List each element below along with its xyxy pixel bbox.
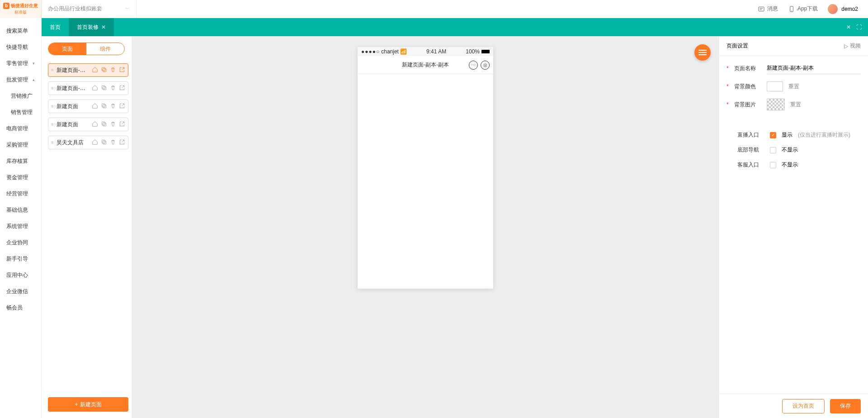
copy-icon[interactable]	[101, 103, 107, 110]
drag-icon[interactable]: ≡	[51, 140, 54, 145]
leftnav-item-13[interactable]: 企业协同	[0, 234, 41, 251]
leftnav-item-15[interactable]: 应用中心	[0, 267, 41, 283]
leftnav-label: 批发管理	[6, 76, 28, 84]
copy-icon[interactable]	[101, 139, 107, 147]
video-help-link[interactable]: ▷ 视频	[844, 42, 861, 50]
caret-icon: ▴	[33, 77, 35, 82]
leftnav-item-7[interactable]: 采购管理	[0, 137, 41, 153]
delete-icon[interactable]	[110, 103, 116, 110]
page-list: ≡新建页面-副本...≡新建页面-副本≡新建页面≡新建页面≡昊天文具店	[48, 63, 132, 149]
share-icon[interactable]	[119, 66, 125, 74]
delete-icon[interactable]	[110, 85, 116, 92]
logo-area[interactable]: b 畅捷通好生意 标准版	[0, 0, 42, 18]
leftnav-item-12[interactable]: 系统管理	[0, 218, 41, 234]
page-item[interactable]: ≡新建页面-副本...	[48, 63, 128, 77]
page-item[interactable]: ≡昊天文具店	[48, 136, 128, 149]
leftnav-item-3[interactable]: 批发管理▴	[0, 71, 41, 88]
show-checkbox[interactable]: ✓	[770, 132, 776, 138]
live-hint: (仅当进行直播时展示)	[798, 131, 850, 139]
leftnav-label: 快捷导航	[6, 43, 28, 51]
drag-icon[interactable]: ≡	[51, 86, 54, 90]
tab-home[interactable]: 首页	[42, 18, 69, 36]
delete-icon[interactable]	[110, 139, 116, 147]
home-icon[interactable]	[92, 139, 98, 147]
home-icon[interactable]	[92, 121, 98, 128]
share-icon[interactable]	[119, 85, 125, 92]
tab-homepage-decor[interactable]: 首页装修 ✕	[69, 18, 114, 36]
new-page-label: 新建页面	[80, 401, 102, 408]
required-mark: *	[726, 65, 729, 71]
copy-icon[interactable]	[101, 66, 107, 74]
drag-icon[interactable]: ≡	[51, 68, 54, 72]
page-item[interactable]: ≡新建页面	[48, 100, 128, 113]
leftnav-item-11[interactable]: 基础信息	[0, 202, 41, 218]
leftnav-item-17[interactable]: 畅会员	[0, 299, 41, 316]
drag-icon[interactable]: ≡	[51, 104, 54, 109]
user-menu[interactable]: demo2	[828, 4, 858, 14]
phone-title: 新建页面-副本-副本	[402, 61, 449, 69]
svg-rect-4	[103, 86, 106, 90]
bgcolor-swatch[interactable]	[767, 81, 783, 91]
share-icon[interactable]	[119, 139, 125, 147]
leftnav-item-6[interactable]: 电商管理	[0, 120, 41, 137]
service-checkbox[interactable]	[770, 162, 776, 168]
svg-rect-9	[102, 122, 105, 125]
leftnav-item-0[interactable]: 搜索菜单	[0, 23, 41, 39]
tabbar-close-icon[interactable]: ✕	[846, 24, 851, 30]
share-icon[interactable]	[119, 103, 125, 110]
home-icon[interactable]	[92, 66, 98, 74]
segment-pages[interactable]: 页面	[48, 43, 86, 55]
close-icon[interactable]: ✕	[101, 24, 106, 30]
delete-icon[interactable]	[110, 121, 116, 128]
new-page-button[interactable]: + 新建页面	[48, 397, 128, 412]
messages-link[interactable]: 消息	[758, 5, 778, 13]
phone-icon	[788, 5, 795, 13]
drag-icon[interactable]: ≡	[51, 122, 54, 127]
page-name-input[interactable]	[767, 62, 861, 74]
set-home-button[interactable]: 设为首页	[782, 399, 825, 413]
leftnav-label: 资金管理	[6, 174, 28, 181]
account-select[interactable]: 办公用品行业模拟账套 ﹀	[42, 0, 137, 18]
segment-components[interactable]: 组件	[86, 43, 124, 55]
hide-label-2: 不显示	[782, 161, 798, 169]
leftnav-item-5[interactable]: 销售管理	[0, 104, 41, 120]
share-icon[interactable]	[119, 121, 125, 128]
hamburger-fab[interactable]	[694, 44, 711, 61]
leftnav-label: 企业协同	[6, 239, 28, 247]
copy-icon[interactable]	[101, 121, 107, 128]
leftnav-label: 采购管理	[6, 141, 28, 149]
miniprogram-menu-icon[interactable]: ⋯	[469, 61, 478, 70]
copy-icon[interactable]	[101, 85, 107, 92]
bgimg-swatch[interactable]	[767, 99, 785, 110]
page-item[interactable]: ≡新建页面-副本	[48, 81, 128, 95]
miniprogram-close-icon[interactable]: ◎	[481, 61, 490, 70]
leftnav-item-14[interactable]: 新手引导	[0, 251, 41, 267]
leftnav-item-1[interactable]: 快捷导航	[0, 39, 41, 55]
logo-edition: 标准版	[14, 10, 27, 15]
settings-title: 页面设置	[726, 42, 748, 50]
bgcolor-reset[interactable]: 重置	[788, 83, 799, 90]
save-button[interactable]: 保存	[830, 399, 861, 413]
account-label: 办公用品行业模拟账套	[48, 5, 102, 13]
svg-rect-2	[103, 68, 106, 71]
svg-rect-7	[102, 104, 105, 107]
tab-bar: 首页 首页装修 ✕ ✕ ⛶	[42, 18, 868, 36]
home-icon[interactable]	[92, 85, 98, 92]
bottom-nav-checkbox[interactable]	[770, 147, 776, 153]
bottom-nav-label: 底部导航	[737, 146, 764, 154]
leftnav-item-10[interactable]: 经营管理	[0, 185, 41, 202]
leftnav-item-9[interactable]: 资金管理	[0, 169, 41, 185]
svg-rect-3	[102, 67, 105, 71]
leftnav-item-2[interactable]: 零售管理▾	[0, 55, 41, 71]
video-label: 视频	[850, 42, 861, 50]
page-item[interactable]: ≡新建页面	[48, 118, 128, 131]
delete-icon[interactable]	[110, 66, 116, 74]
fullscreen-icon[interactable]: ⛶	[856, 24, 862, 30]
leftnav-item-8[interactable]: 库存核算	[0, 153, 41, 169]
bgimg-reset[interactable]: 重置	[790, 101, 801, 109]
leftnav-item-4[interactable]: 营销推广	[0, 88, 41, 104]
leftnav-item-16[interactable]: 企业微信	[0, 283, 41, 299]
app-download-link[interactable]: App下载	[788, 5, 818, 13]
home-icon[interactable]	[92, 103, 98, 110]
message-icon	[758, 5, 765, 13]
